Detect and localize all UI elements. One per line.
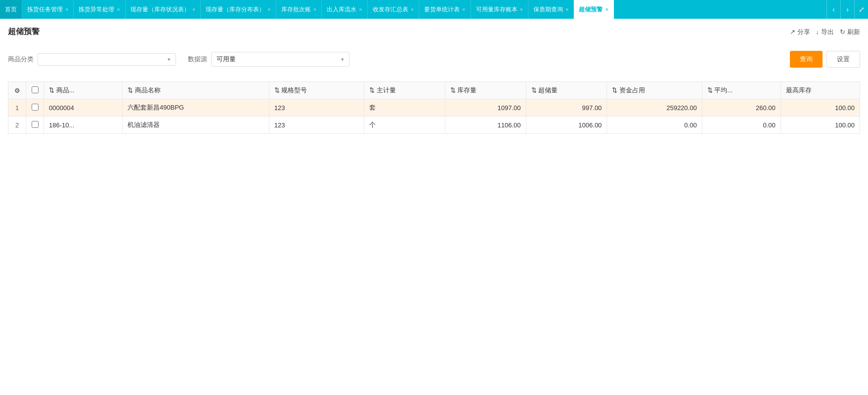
row-stock: 1106.00	[445, 117, 526, 134]
nav-arrows: ‹ › ⤢	[826, 0, 868, 19]
nav-item-------[interactable]: 收发存汇总表×	[368, 0, 419, 19]
nav-close-icon[interactable]: ×	[313, 6, 316, 12]
filter-row: 商品分类 ▾ 数据源 可用量 ▾ 查询 设置	[8, 45, 860, 74]
th-capital: ⇅ 资金占用	[607, 82, 702, 99]
settings-button[interactable]: 设置	[826, 51, 860, 68]
th-spec-label: 规格型号	[281, 86, 307, 94]
row-checkbox-2[interactable]	[32, 121, 39, 128]
row-product-code: 186-10...	[44, 117, 123, 134]
refresh-label: 刷新	[847, 28, 860, 37]
nav-prev-button[interactable]: ‹	[826, 0, 840, 19]
row-overstock: 1006.00	[526, 117, 607, 134]
share-icon: ↗	[790, 28, 795, 36]
datasource-select-value: 可用量	[217, 55, 236, 64]
category-label: 商品分类	[8, 55, 34, 64]
datasource-chevron-icon: ▾	[341, 56, 344, 63]
th-overstock-sort-icon: ⇅	[531, 86, 537, 94]
share-label: 分享	[797, 28, 810, 37]
page-title: 超储预警	[8, 27, 40, 37]
page-header: 超储预警 ↗ 分享 ↓ 导出 ↻ 刷新	[8, 27, 860, 37]
export-button[interactable]: ↓ 导出	[816, 28, 834, 37]
row-spec: 123	[269, 117, 364, 134]
nav-item--------[interactable]: 可用量库存账本×	[471, 0, 528, 19]
row-max-stock: 100.00	[781, 117, 860, 134]
nav-item------[interactable]: 库存批次账×	[276, 0, 322, 19]
main-content: 超储预警 ↗ 分享 ↓ 导出 ↻ 刷新 商品分类 ▾ 数据源	[0, 19, 868, 395]
share-button[interactable]: ↗ 分享	[790, 28, 810, 37]
category-filter: 商品分类 ▾	[8, 53, 176, 66]
th-capital-sort-icon: ⇅	[612, 86, 617, 94]
row-checkbox-cell	[26, 99, 44, 117]
export-icon: ↓	[816, 28, 820, 36]
gear-icon[interactable]: ⚙	[14, 87, 20, 94]
nav-item------[interactable]: 保质期查询×	[528, 0, 574, 19]
table-body: 1 0000004 六配套新昌490BPG 123 套 1097.00 997.…	[8, 99, 860, 134]
nav-next-button[interactable]: ›	[840, 0, 854, 19]
th-avg-label: 平均...	[714, 86, 733, 94]
datasource-filter: 数据源 可用量 ▾	[188, 52, 349, 67]
top-nav: 首页拣货任务管理×拣货异常处理×现存量（库存状况表）×现存量（库存分布表）×库存…	[0, 0, 868, 19]
nav-close-icon[interactable]: ×	[65, 6, 68, 12]
th-gear: ⚙	[8, 82, 26, 99]
th-product-code-label: 商品...	[56, 86, 75, 94]
refresh-button[interactable]: ↻ 刷新	[840, 28, 860, 37]
nav-item------[interactable]: 出入库流水×	[322, 0, 367, 19]
nav-close-icon[interactable]: ×	[192, 6, 195, 12]
nav-item-------[interactable]: 要货单统计表×	[419, 0, 471, 19]
table-header: ⚙ ⇅ 商品... ⇅ 商品名称 ⇅ 规格型号 ⇅	[8, 82, 860, 99]
th-product-name-sort-icon: ⇅	[128, 86, 133, 94]
nav-item-----------[interactable]: 现存量（库存分布表）×	[201, 0, 276, 19]
row-product-name: 机油滤清器	[123, 117, 269, 134]
row-avg: 260.00	[702, 99, 781, 117]
row-spec: 123	[269, 99, 364, 117]
nav-item-----------[interactable]: 现存量（库存状况表）×	[126, 0, 201, 19]
th-product-name-label: 商品名称	[135, 86, 161, 94]
nav-close-icon[interactable]: ×	[359, 6, 362, 12]
nav-close-icon[interactable]: ×	[117, 6, 120, 12]
nav-close-icon[interactable]: ×	[462, 6, 465, 12]
nav-close-icon[interactable]: ×	[267, 6, 270, 12]
th-avg: ⇅ 平均...	[702, 82, 781, 99]
nav-close-icon[interactable]: ×	[565, 6, 568, 12]
row-checkbox-1[interactable]	[32, 104, 39, 111]
row-unit: 套	[364, 99, 445, 117]
th-max-stock: 最高库存	[781, 82, 860, 99]
nav-close-icon[interactable]: ×	[605, 6, 608, 12]
row-capital: 259220.00	[607, 99, 702, 117]
datasource-select[interactable]: 可用量 ▾	[211, 52, 349, 67]
filter-actions: 查询 设置	[790, 51, 860, 68]
datasource-label: 数据源	[188, 55, 207, 64]
export-label: 导出	[821, 28, 834, 37]
th-stock-label: 库存量	[457, 86, 477, 94]
th-avg-sort-icon: ⇅	[707, 86, 713, 94]
row-overstock: 997.00	[526, 99, 607, 117]
category-select[interactable]: ▾	[38, 53, 176, 66]
nav-item-------[interactable]: 拣货任务管理×	[22, 0, 74, 19]
th-max-stock-label: 最高库存	[786, 86, 812, 94]
th-unit-label: 主计量	[377, 86, 396, 94]
th-product-code: ⇅ 商品...	[44, 82, 123, 99]
nav-item-----[interactable]: 超储预警×	[574, 0, 613, 19]
th-unit: ⇅ 主计量	[364, 82, 445, 99]
nav-close-icon[interactable]: ×	[411, 6, 414, 12]
nav-item-------[interactable]: 拣货异常处理×	[74, 0, 125, 19]
data-table: ⚙ ⇅ 商品... ⇅ 商品名称 ⇅ 规格型号 ⇅	[8, 81, 860, 134]
nav-expand-button[interactable]: ⤢	[854, 0, 868, 19]
th-overstock-label: 超储量	[538, 86, 558, 94]
query-button[interactable]: 查询	[790, 51, 823, 68]
row-stock: 1097.00	[445, 99, 526, 117]
row-product-code: 0000004	[44, 99, 123, 117]
th-spec: ⇅ 规格型号	[269, 82, 364, 99]
th-checkbox	[26, 82, 44, 99]
row-gear-cell: 2	[8, 117, 26, 134]
th-spec-sort-icon: ⇅	[274, 86, 280, 94]
select-all-checkbox[interactable]	[32, 86, 39, 93]
th-stock: ⇅ 库存量	[445, 82, 526, 99]
th-stock-sort-icon: ⇅	[450, 86, 456, 94]
nav-close-icon[interactable]: ×	[520, 6, 523, 12]
th-product-code-sort-icon: ⇅	[49, 86, 54, 94]
nav-item---[interactable]: 首页	[0, 0, 22, 19]
th-overstock: ⇅ 超储量	[526, 82, 607, 99]
row-product-name: 六配套新昌490BPG	[123, 99, 269, 117]
refresh-icon: ↻	[840, 28, 845, 36]
